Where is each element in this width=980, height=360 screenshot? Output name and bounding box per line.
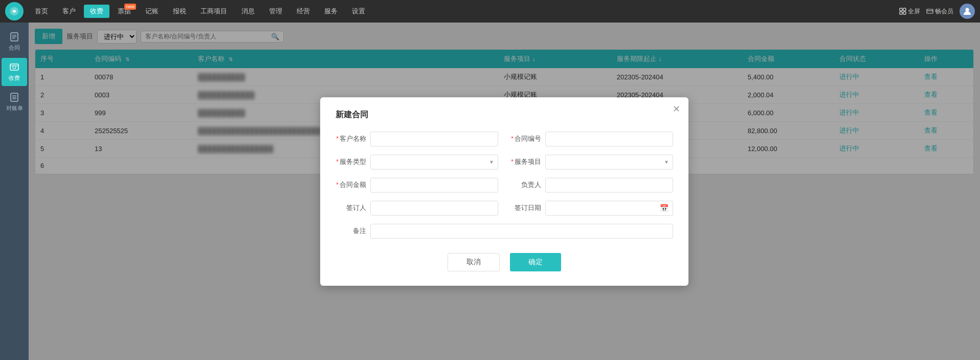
cancel-button[interactable]: 取消 <box>448 253 500 271</box>
nav-business[interactable]: 工商项目 <box>194 5 233 18</box>
form-row-remark: 备注 <box>336 224 673 239</box>
nav-home[interactable]: 首页 <box>29 5 54 18</box>
service-type-label: *服务类型 <box>336 157 366 166</box>
customer-name-label: *客户名称 <box>336 134 366 143</box>
service-item-label: *服务项目 <box>510 157 541 166</box>
confirm-button[interactable]: 确定 <box>510 253 561 271</box>
service-type-select-wrapper <box>370 155 498 170</box>
statement-icon <box>9 92 19 102</box>
nav-bookkeeping[interactable]: 记账 <box>139 5 165 18</box>
sidebar: 合同 收费 对账单 <box>0 23 29 360</box>
main-content: 新增 服务项目 进行中 已完成 全部 🔍 序号 合同编码 ⇅ 客户名称 ⇅ <box>29 23 980 360</box>
signer-input[interactable] <box>370 201 498 216</box>
responsible-person-label: 负责人 <box>510 180 541 189</box>
svg-rect-4 <box>927 9 933 13</box>
form-row-customer: *客户名称 <box>336 132 498 146</box>
member-button[interactable]: 畅会员 <box>926 7 953 16</box>
nav-right: 全屏 畅会员 <box>899 4 975 19</box>
modal-close-button[interactable]: ✕ <box>673 104 680 114</box>
contract-icon <box>9 32 19 42</box>
service-type-select[interactable] <box>370 155 498 170</box>
svg-rect-2 <box>900 12 902 14</box>
sign-date-input-wrapper: 2023-06-06 📅 <box>545 201 673 216</box>
form-row-contract-no: *合同编号 <box>510 132 673 146</box>
sidebar-item-fee[interactable]: 收费 <box>2 58 27 86</box>
nav-fee[interactable]: 收费 <box>84 5 109 18</box>
avatar[interactable] <box>960 4 975 19</box>
sign-date-label: 签订日期 <box>510 203 541 213</box>
contract-amount-label: *合同金额 <box>336 180 366 189</box>
main-layout: 合同 收费 对账单 <box>0 23 980 360</box>
nav-message[interactable]: 消息 <box>235 5 261 18</box>
remark-label: 备注 <box>336 226 366 236</box>
form-row-amount: *合同金额 0.00 <box>336 178 498 193</box>
top-navigation: 首页 客户 收费 票据 new 记账 报税 工商项目 消息 管理 经营 服务 设… <box>0 0 980 23</box>
remark-input[interactable] <box>370 224 673 239</box>
sidebar-item-contract[interactable]: 合同 <box>2 28 27 56</box>
new-contract-modal: ✕ 新建合同 *客户名称 *合同编号 <box>320 97 688 286</box>
svg-rect-0 <box>900 8 902 11</box>
fee-icon <box>9 62 19 72</box>
signer-label: 签订人 <box>336 203 366 213</box>
nav-settings[interactable]: 设置 <box>346 5 371 18</box>
form-row-sign-date: 签订日期 2023-06-06 📅 <box>510 201 673 216</box>
nav-manage[interactable]: 管理 <box>263 5 288 18</box>
nav-tax[interactable]: 报税 <box>167 5 192 18</box>
nav-ticket[interactable]: 票据 new <box>112 5 137 18</box>
form-row-service-item: *服务项目 <box>510 155 673 170</box>
nav-service[interactable]: 服务 <box>318 5 344 18</box>
sign-date-input[interactable]: 2023-06-06 <box>546 201 656 215</box>
nav-operation[interactable]: 经营 <box>291 5 316 18</box>
service-item-select-wrapper <box>545 155 673 170</box>
new-badge: new <box>124 4 136 10</box>
contract-amount-input[interactable]: 0.00 <box>370 178 498 193</box>
app-logo <box>5 2 24 20</box>
fullscreen-button[interactable]: 全屏 <box>899 7 920 16</box>
service-item-select[interactable] <box>545 155 673 170</box>
modal-title: 新建合同 <box>336 110 673 120</box>
form-row-service-type: *服务类型 <box>336 155 498 170</box>
calendar-icon: 📅 <box>656 204 673 212</box>
svg-point-6 <box>966 8 969 12</box>
contract-no-input[interactable] <box>545 132 673 146</box>
contract-no-label: *合同编号 <box>510 134 541 143</box>
form-grid: *客户名称 *合同编号 *服务类型 <box>336 132 673 239</box>
responsible-person-input[interactable] <box>545 178 673 193</box>
form-row-responsible: 负责人 <box>510 178 673 193</box>
svg-rect-1 <box>903 8 906 11</box>
sidebar-item-statement[interactable]: 对账单 <box>2 88 27 116</box>
modal-overlay: ✕ 新建合同 *客户名称 *合同编号 <box>29 23 980 360</box>
nav-customer[interactable]: 客户 <box>56 5 82 18</box>
modal-footer: 取消 确定 <box>336 253 673 271</box>
svg-rect-3 <box>903 12 906 14</box>
customer-name-input[interactable] <box>370 132 498 146</box>
form-row-signer: 签订人 <box>336 201 498 216</box>
svg-rect-11 <box>10 64 18 70</box>
nav-items: 首页 客户 收费 票据 new 记账 报税 工商项目 消息 管理 经营 服务 设… <box>29 5 899 18</box>
